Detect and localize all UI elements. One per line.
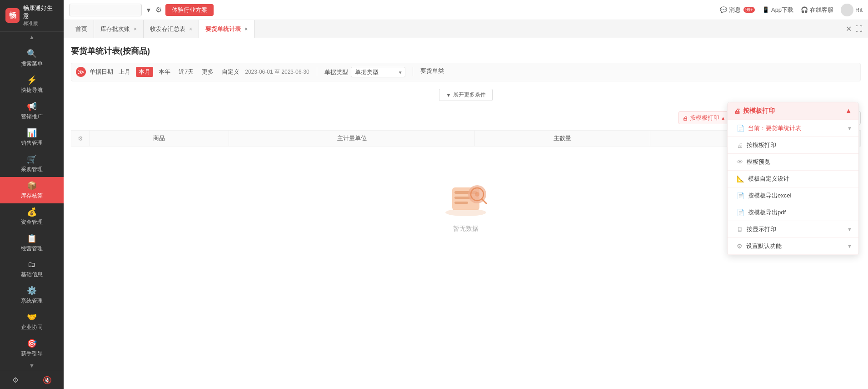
- message-badge: 99+: [743, 7, 755, 13]
- tabbar: 首页 库存批次账 × 收发存汇总表 × 要货单统计表 × ✕ ⛶: [64, 20, 868, 38]
- filter-bar: ≫ 单据日期 上月 本月 本年 近7天 更多 自定义 2023-06-01 至 …: [71, 63, 861, 81]
- trial-button[interactable]: 体验行业方案: [165, 4, 214, 16]
- app-download-label: App下载: [771, 6, 793, 14]
- sidebar: 畅 畅康通好生意 标准版 ▲ 🔍 搜索菜单 ⚡ 快捷导航 📢 营销推广 📊 销售…: [0, 0, 64, 389]
- tab-home[interactable]: 首页: [69, 20, 94, 38]
- print-dropdown-item-display-print[interactable]: 🖥 按显示打印 ▼: [728, 221, 858, 238]
- sidebar-item-label: 库存核算: [21, 192, 43, 200]
- print-template-button[interactable]: 🖨 按模板打印 ▲: [678, 111, 729, 124]
- expand-more-button[interactable]: ▼ 展开更多条件: [439, 89, 493, 101]
- sidebar-item-inventory[interactable]: 📦 库存核算: [0, 177, 64, 203]
- settings-bottom-icon[interactable]: ⚙: [12, 376, 19, 384]
- template-preview-label: 模板预览: [747, 158, 770, 166]
- tab-inventory-batch-close[interactable]: ×: [134, 26, 137, 32]
- message-label: 消息: [729, 6, 741, 14]
- sidebar-item-label: 企业协同: [21, 323, 43, 331]
- search-input[interactable]: [69, 4, 142, 16]
- sidebar-item-label: 基础信息: [21, 271, 43, 278]
- tab-order-stats-close[interactable]: ×: [244, 26, 248, 32]
- date-btn-custom[interactable]: 自定义: [219, 67, 242, 77]
- table-header-unit: 主计量单位: [229, 131, 475, 147]
- date-btn-last-month[interactable]: 上月: [116, 67, 133, 77]
- print-dropdown-current-item[interactable]: 📄 当前：要货单统计表 ▼: [728, 120, 858, 137]
- sidebar-item-sales[interactable]: 📊 销售管理: [0, 124, 64, 151]
- print-dropdown-item-template-custom[interactable]: 📐 模板自定义设计: [728, 171, 858, 187]
- print-dropdown-item-template-pdf[interactable]: 📄 按模板导出pdf: [728, 204, 858, 221]
- search-nav-icon: 🔍: [27, 49, 37, 59]
- date-btn-this-month[interactable]: 本月: [136, 67, 153, 77]
- table-header-quantity: 主数量: [475, 131, 650, 147]
- type-select-wrapper: 单据类型: [351, 67, 405, 77]
- sidebar-item-system[interactable]: ⚙️ 系统管理: [0, 282, 64, 308]
- template-custom-icon: 📐: [737, 175, 744, 182]
- print-title-label: 按模板打印: [743, 107, 775, 115]
- sidebar-item-marketing[interactable]: 📢 营销推广: [0, 98, 64, 124]
- sidebar-item-shortcut[interactable]: ⚡ 快捷导航: [0, 71, 64, 98]
- online-service-group[interactable]: 🎧 在线客服: [801, 6, 833, 14]
- topbar: ▼ ⚙ 体验行业方案 💬 消息 99+ 📱 App下载 🎧 在线客服 Rit: [64, 0, 868, 20]
- template-pdf-icon: 📄: [737, 209, 744, 216]
- sidebar-item-label: 销售管理: [21, 139, 43, 147]
- sidebar-item-base[interactable]: 🗂 基础信息: [0, 256, 64, 282]
- date-btn-this-year[interactable]: 本年: [156, 67, 173, 77]
- printer-icon: 🖨: [683, 115, 688, 121]
- app-download-group[interactable]: 📱 App下载: [762, 6, 793, 14]
- tab-receipt-summary-close[interactable]: ×: [189, 26, 192, 32]
- sidebar-item-finance[interactable]: 💰 资金管理: [0, 203, 64, 230]
- set-default-left: ⚙ 设置默认功能: [737, 242, 782, 250]
- sidebar-item-operation[interactable]: 📋 经营管理: [0, 230, 64, 256]
- tabbar-expand-button[interactable]: ⛶: [855, 25, 863, 33]
- search-dropdown-button[interactable]: ▼: [145, 6, 152, 14]
- template-preview-left: 👁 模板预览: [737, 158, 770, 166]
- svg-rect-4: [454, 202, 468, 204]
- print-dropdown-item-template-preview[interactable]: 👁 模板预览: [728, 154, 858, 171]
- sidebar-item-purchase[interactable]: 🛒 采购管理: [0, 151, 64, 177]
- sidebar-item-search[interactable]: 🔍 搜索菜单: [0, 45, 64, 71]
- sidebar-item-collab[interactable]: 🤝 企业协同: [0, 308, 64, 335]
- print-dropdown-close-button[interactable]: ▲: [845, 107, 852, 115]
- template-print-label: 按模板打印: [747, 141, 776, 149]
- print-dropdown-panel: 🖨 按模板打印 ▲ 📄 当前：要货单统计表 ▼ 🖨 按模板打印: [727, 102, 859, 255]
- sidebar-scroll-up[interactable]: ▲: [0, 32, 64, 42]
- tab-receipt-summary[interactable]: 收发存汇总表 ×: [144, 20, 199, 38]
- collab-nav-icon: 🤝: [27, 312, 37, 322]
- print-dropdown-item-template-excel[interactable]: 📄 按模板导出excel: [728, 187, 858, 204]
- filter-toggle-button[interactable]: ≫: [76, 67, 86, 77]
- avatar: [841, 4, 853, 16]
- tab-order-stats[interactable]: 要货单统计表 ×: [199, 20, 254, 38]
- sidebar-scroll-down[interactable]: ▼: [0, 360, 64, 371]
- app-name: 畅康通好生意: [23, 5, 58, 20]
- yaohuotype-label: 要货单类: [420, 67, 444, 75]
- content-area: 要货单统计表(按商品) ≫ 单据日期 上月 本月 本年 近7天 更多 自定义 2…: [64, 38, 868, 389]
- operation-nav-icon: 📋: [27, 233, 37, 243]
- mute-bottom-icon[interactable]: 🔇: [43, 376, 52, 384]
- template-print-icon: 🖨: [737, 141, 743, 149]
- tabbar-close-button[interactable]: ✕: [846, 25, 852, 33]
- sidebar-item-guide[interactable]: 🎯 新手引导: [0, 335, 64, 360]
- set-default-chevron-icon: ▼: [847, 243, 852, 249]
- user-group[interactable]: Rit: [841, 4, 863, 16]
- type-filter-section: 单据类型 单据类型: [324, 67, 405, 77]
- date-btn-7days[interactable]: 近7天: [176, 67, 196, 77]
- type-select[interactable]: 单据类型: [351, 67, 405, 77]
- shortcut-nav-icon: ⚡: [27, 75, 37, 85]
- tab-inventory-batch[interactable]: 库存批次账 ×: [94, 20, 144, 38]
- print-current-item-left: 📄 当前：要货单统计表: [737, 124, 801, 132]
- base-nav-icon: 🗂: [28, 260, 36, 269]
- display-print-left: 🖥 按显示打印: [737, 225, 776, 233]
- print-chevron-icon: ▲: [721, 116, 725, 121]
- empty-icon: [439, 174, 493, 219]
- topbar-right: 💬 消息 99+ 📱 App下载 🎧 在线客服 Rit: [720, 4, 863, 16]
- print-dropdown-item-set-default[interactable]: ⚙ 设置默认功能 ▼: [728, 238, 858, 255]
- template-excel-icon: 📄: [737, 192, 744, 199]
- sidebar-item-label: 资金管理: [21, 218, 43, 226]
- date-btn-more[interactable]: 更多: [199, 67, 216, 77]
- topbar-gear-button[interactable]: ⚙: [155, 5, 162, 14]
- logo-icon: 畅: [5, 8, 20, 23]
- message-group[interactable]: 💬 消息 99+: [720, 6, 755, 14]
- page-title: 要货单统计表(按商品): [71, 45, 861, 56]
- current-chevron-icon: ▼: [847, 126, 852, 131]
- print-current-label: 当前：要货单统计表: [748, 124, 801, 132]
- table-settings-icon[interactable]: ⚙: [78, 135, 83, 142]
- print-dropdown-item-template-print[interactable]: 🖨 按模板打印: [728, 137, 858, 154]
